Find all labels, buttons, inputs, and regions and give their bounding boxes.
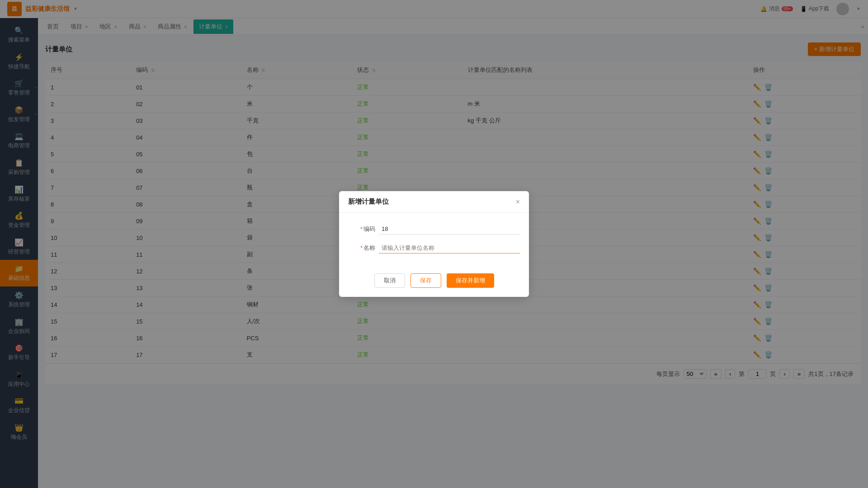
modal-close-button[interactable]: × — [516, 198, 520, 206]
add-unit-modal: 新增计量单位 × *编码 *名称 取消 保存 保存并新增 — [339, 191, 529, 297]
modal-header: 新增计量单位 × — [339, 191, 529, 213]
modal-body: *编码 *名称 — [339, 213, 529, 269]
code-input[interactable] — [379, 224, 520, 235]
modal-footer: 取消 保存 保存并新增 — [339, 269, 529, 297]
cancel-button[interactable]: 取消 — [374, 273, 405, 288]
required-mark: * — [360, 244, 363, 251]
code-label: *编码 — [348, 225, 375, 233]
save-and-new-button[interactable]: 保存并新增 — [447, 273, 494, 288]
required-mark: * — [360, 225, 363, 232]
name-label: *名称 — [348, 244, 375, 252]
save-button[interactable]: 保存 — [410, 273, 441, 288]
modal-title: 新增计量单位 — [348, 197, 389, 206]
form-row-name: *名称 — [348, 243, 520, 253]
form-row-code: *编码 — [348, 224, 520, 235]
name-input[interactable] — [379, 243, 520, 253]
modal-overlay[interactable]: 新增计量单位 × *编码 *名称 取消 保存 保存并新增 — [0, 0, 868, 488]
